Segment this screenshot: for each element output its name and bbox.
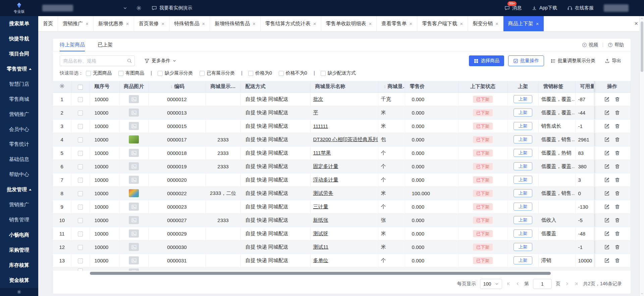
tab-close-icon[interactable]: × (162, 21, 165, 26)
sidebar-item[interactable]: 智慧门店 (0, 77, 38, 92)
list-on-shelf-button[interactable]: 上架 (514, 122, 532, 130)
horizontal-scrollbar[interactable] (53, 271, 631, 276)
edit-icon[interactable] (604, 191, 610, 196)
scroll-up-arrow[interactable] (640, 16, 644, 21)
quick-filter-option[interactable]: 缺少配送方式 (321, 70, 356, 76)
tab[interactable]: 新增优惠券× (94, 16, 134, 31)
row-checkbox[interactable] (78, 258, 83, 263)
tab[interactable]: 零售单收款明细表× (321, 16, 377, 31)
list-on-shelf-button[interactable]: 上架 (514, 229, 532, 238)
delete-icon[interactable] (614, 150, 620, 156)
row-checkbox[interactable] (78, 111, 83, 116)
product-name-link[interactable]: 浮动多计量 (313, 177, 338, 182)
quick-filter-option[interactable]: 缺少展示分类 (158, 70, 193, 76)
help-link[interactable]: 帮助 (608, 42, 624, 48)
tab[interactable]: 裂变分销× (468, 16, 503, 31)
delete-icon[interactable] (614, 177, 620, 183)
topbar-gear-icon[interactable] (136, 5, 142, 11)
online-support-button[interactable]: 在线客服 (567, 5, 594, 11)
edit-icon[interactable] (604, 244, 610, 250)
product-name-link[interactable]: 批次 (313, 96, 323, 102)
list-on-shelf-button[interactable]: 上架 (514, 135, 532, 143)
sidebar-item[interactable]: 营销推广 (0, 107, 38, 122)
prev-page-button[interactable] (515, 281, 520, 286)
delete-icon[interactable] (614, 110, 620, 116)
product-name-link[interactable]: DT3200 心相印茶语经典系列1 (313, 136, 378, 142)
product-photo[interactable] (129, 135, 139, 143)
tab[interactable]: 营销推广× (58, 16, 94, 31)
delete-icon[interactable] (614, 191, 620, 196)
sidebar-item[interactable]: 批发管理 (0, 182, 38, 197)
sidebar-item[interactable]: 销售管理 (0, 212, 38, 227)
row-checkbox[interactable] (78, 97, 83, 102)
search-input[interactable] (60, 55, 135, 66)
row-checkbox[interactable] (78, 205, 83, 210)
filter-checkbox[interactable] (279, 71, 284, 76)
quick-filter-option[interactable]: 价格不为0 (279, 70, 307, 76)
filter-checkbox[interactable] (321, 71, 326, 76)
product-name-link[interactable]: 三计量 (313, 204, 328, 209)
product-image[interactable] (129, 203, 139, 211)
next-page-button[interactable] (565, 281, 570, 286)
product-image[interactable] (129, 229, 139, 238)
horizontal-scrollbar-thumb[interactable] (90, 272, 551, 275)
first-page-button[interactable] (506, 281, 511, 286)
page-scrollbar-thumb[interactable] (641, 22, 643, 72)
org-caret-down-icon[interactable] (123, 6, 127, 10)
edit-icon[interactable] (604, 217, 610, 223)
delete-icon[interactable] (614, 244, 620, 250)
list-on-shelf-button[interactable]: 上架 (514, 149, 532, 157)
edit-icon[interactable] (604, 258, 610, 263)
filter-checkbox[interactable] (118, 71, 123, 76)
app-download-button[interactable]: App下载 (532, 5, 557, 11)
delete-icon[interactable] (614, 96, 620, 102)
edit-icon[interactable] (604, 96, 610, 102)
list-on-shelf-button[interactable]: 上架 (514, 243, 532, 251)
sidebar-item[interactable]: 资金核算 (0, 273, 38, 288)
edit-icon[interactable] (604, 150, 610, 156)
tab-close-icon[interactable]: × (369, 21, 372, 26)
column-header[interactable]: 商城显… (378, 81, 405, 92)
sidebar-item[interactable]: 快捷导航 (0, 31, 38, 46)
subtab[interactable]: 待上架商品 (60, 39, 85, 51)
edit-icon[interactable] (604, 177, 610, 183)
sidebar-item[interactable]: 采购管理 (0, 243, 38, 258)
sidebar-item[interactable]: 零售统计 (0, 137, 38, 152)
edit-icon[interactable] (604, 231, 610, 237)
export-button[interactable]: 导出 (602, 55, 624, 66)
quick-filter-option[interactable]: 有图商品 (118, 70, 144, 76)
messages-button[interactable]: 99+ 消息 (504, 5, 522, 11)
row-checkbox[interactable] (78, 137, 83, 142)
sidebar-item[interactable]: 营销推广 (0, 197, 38, 212)
sidebar-item[interactable]: 搜索菜单 (0, 16, 38, 31)
per-page-select[interactable]: 100 (480, 279, 502, 289)
delete-icon[interactable] (614, 231, 620, 237)
row-checkbox[interactable] (78, 191, 83, 196)
sort-icon[interactable] (383, 85, 387, 89)
delete-icon[interactable] (614, 123, 620, 129)
tab[interactable]: 特殊销售品× (169, 16, 210, 31)
product-photo[interactable] (129, 189, 139, 197)
tab-close-icon[interactable]: × (313, 21, 316, 26)
filter-checkbox[interactable] (158, 71, 163, 76)
tab-close-icon[interactable]: × (495, 21, 498, 26)
redacted-user-info[interactable] (604, 4, 629, 12)
row-checkbox[interactable] (78, 231, 83, 237)
brand-logo[interactable]: 专业版 (0, 2, 38, 14)
product-image[interactable] (129, 109, 139, 117)
list-on-shelf-button[interactable]: 上架 (514, 95, 532, 103)
sidebar-item[interactable]: 库存核算 (0, 258, 38, 273)
delete-icon[interactable] (614, 164, 620, 169)
delete-icon[interactable] (614, 204, 620, 210)
product-image[interactable] (129, 216, 139, 224)
row-checkbox[interactable] (78, 178, 83, 183)
product-image[interactable] (129, 162, 139, 170)
row-checkbox[interactable] (78, 151, 83, 156)
edit-icon[interactable] (604, 137, 610, 142)
filter-checkbox[interactable] (86, 71, 91, 76)
tab-close-icon[interactable]: × (409, 21, 412, 26)
page-number-input[interactable] (533, 279, 552, 289)
product-name-link[interactable]: 固定多计量 (313, 163, 338, 169)
tab-close-icon[interactable]: × (536, 21, 539, 26)
product-image[interactable] (129, 122, 139, 130)
